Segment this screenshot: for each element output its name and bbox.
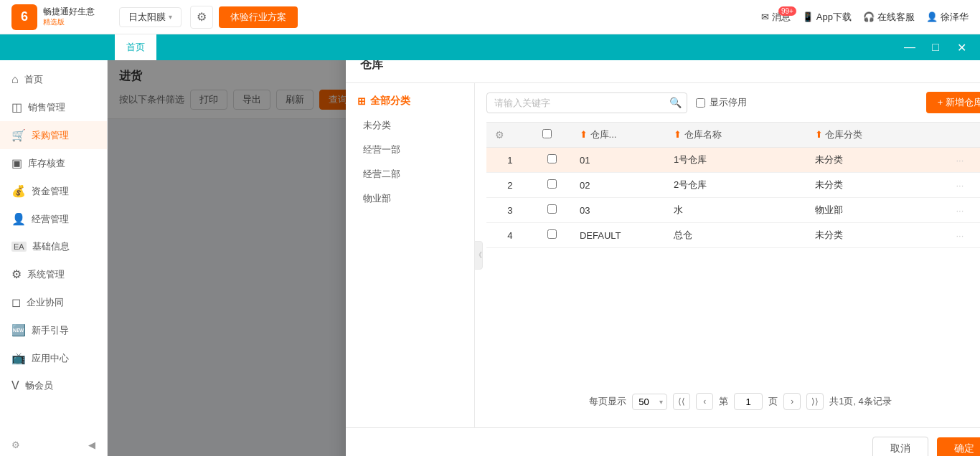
row-num-4: 4 bbox=[486, 223, 534, 248]
sidebar-item-purchase[interactable]: 🛒 采购管理 bbox=[0, 121, 107, 149]
search-input[interactable] bbox=[486, 92, 687, 113]
sidebar-item-finance[interactable]: 💰 资金管理 bbox=[0, 177, 107, 205]
row-check-3[interactable] bbox=[534, 198, 571, 223]
search-input-wrap: 🔍 bbox=[486, 92, 687, 113]
th-name: ⬆ 仓库名称 bbox=[665, 123, 806, 148]
enterprise-icon: ◻ bbox=[11, 295, 21, 309]
category-collapse-button[interactable]: 《 bbox=[474, 241, 483, 270]
page-last-button[interactable]: ⟩⟩ bbox=[806, 393, 824, 410]
all-categories-item[interactable]: ⊞ 全部分类 bbox=[346, 89, 474, 113]
chevron-left-icon: 《 bbox=[475, 250, 482, 260]
sales-icon: ◫ bbox=[11, 100, 22, 114]
action-dots-icon[interactable]: ··· bbox=[956, 230, 963, 241]
table-row[interactable]: 3 03 水 物业部 ··· bbox=[486, 198, 980, 223]
page-size-wrap: 50 ▾ bbox=[632, 394, 667, 410]
sort-icon-name: ⬆ bbox=[674, 129, 682, 140]
pagination-bar: 每页显示 50 ▾ ⟨⟨ ‹ 第 页 › ⟩⟩ 共1页, 4条记录 bbox=[486, 384, 980, 419]
window-maximize-button[interactable]: □ bbox=[925, 37, 946, 57]
sub-header: 首页 — □ ✕ bbox=[0, 34, 980, 60]
search-icon[interactable]: 🔍 bbox=[669, 97, 682, 108]
row-check-1[interactable] bbox=[534, 148, 571, 173]
table-container: ⚙ ⬆ 仓库... bbox=[486, 122, 980, 384]
row-name-3: 水 bbox=[665, 198, 806, 223]
th-checkbox bbox=[534, 123, 571, 148]
sidebar-item-system[interactable]: ⚙ 系统管理 bbox=[0, 260, 107, 288]
category-item-operation2[interactable]: 经营二部 bbox=[346, 162, 474, 186]
sidebar-toggle-icon[interactable]: ◀ bbox=[88, 440, 95, 450]
modal-body: ⊞ 全部分类 未分类 经营一部 经营二部 物业部 bbox=[346, 83, 980, 427]
row-action-4[interactable]: ··· bbox=[947, 223, 980, 248]
sidebar-item-guide[interactable]: 🆕 新手引导 bbox=[0, 316, 107, 344]
sort-icon: ⬆ bbox=[580, 129, 588, 140]
shop-selector[interactable]: 日太阳膜 ▾ bbox=[119, 7, 182, 27]
header-nav: 日太阳膜 ▾ ⚙ 体验行业方案 bbox=[119, 6, 761, 29]
category-item-operation1[interactable]: 经营一部 bbox=[346, 138, 474, 162]
sub-header-right: — □ ✕ bbox=[900, 37, 980, 57]
basic-info-icon: EA bbox=[11, 242, 27, 252]
tab-home[interactable]: 首页 bbox=[115, 34, 156, 60]
table-row[interactable]: 2 02 2号仓库 未分类 ··· bbox=[486, 173, 980, 198]
guide-icon: 🆕 bbox=[11, 323, 26, 337]
table-row[interactable]: 4 DEFAULT 总仓 未分类 ··· bbox=[486, 223, 980, 248]
sidebar-item-basic[interactable]: EA 基础信息 bbox=[0, 233, 107, 260]
page-first-button[interactable]: ⟨⟨ bbox=[673, 393, 690, 410]
logo-area: 6 畅捷通好生意 精选版 bbox=[11, 4, 119, 30]
finance-icon: 💰 bbox=[11, 184, 26, 198]
operation-icon: 👤 bbox=[11, 212, 26, 226]
sidebar-item-member[interactable]: V 畅会员 bbox=[0, 372, 107, 399]
search-bar: 🔍 显示停用 + 新增仓库 bbox=[486, 92, 980, 113]
category-item-property[interactable]: 物业部 bbox=[346, 186, 474, 211]
page-size-select[interactable]: 50 bbox=[632, 394, 667, 410]
row-cat-1: 未分类 bbox=[806, 148, 948, 173]
row-check-2[interactable] bbox=[534, 173, 571, 198]
row-code-4: DEFAULT bbox=[571, 223, 665, 248]
row-code-2: 02 bbox=[571, 173, 665, 198]
action-dots-icon[interactable]: ··· bbox=[956, 180, 963, 191]
sidebar-item-inventory[interactable]: ▣ 库存核查 bbox=[0, 149, 107, 177]
th-category: ⬆ 仓库分类 bbox=[806, 123, 948, 148]
top-header: 6 畅捷通好生意 精选版 日太阳膜 ▾ ⚙ 体验行业方案 ✉ 消息 99+ 📱 … bbox=[0, 0, 980, 34]
sidebar-item-apps[interactable]: 📺 应用中心 bbox=[0, 344, 107, 372]
table-row[interactable]: 1 01 1号仓库 未分类 ··· bbox=[486, 148, 980, 173]
warehouse-modal: 仓库 ✕ ⊞ 全部分类 未分类 经营一部 bbox=[346, 60, 980, 456]
row-name-4: 总仓 bbox=[665, 223, 806, 248]
category-item-unclassified[interactable]: 未分类 bbox=[346, 113, 474, 138]
app-download-button[interactable]: 📱 App下载 bbox=[802, 11, 852, 24]
online-service-button[interactable]: 🎧 在线客服 bbox=[863, 11, 915, 24]
confirm-button[interactable]: 确定 bbox=[937, 437, 980, 456]
add-warehouse-button[interactable]: + 新增仓库 bbox=[926, 92, 980, 113]
modal-title: 仓库 bbox=[360, 60, 383, 72]
user-avatar[interactable]: 👤 徐泽华 bbox=[926, 11, 969, 24]
window-minimize-button[interactable]: — bbox=[900, 37, 920, 57]
main-layout: ⌂ 首页 ◫ 销售管理 🛒 采购管理 ▣ 库存核查 💰 资金管理 👤 经营管理 … bbox=[0, 60, 980, 456]
row-action-1[interactable]: ··· bbox=[947, 148, 980, 173]
sidebar-item-operation[interactable]: 👤 经营管理 bbox=[0, 205, 107, 233]
select-all-checkbox[interactable] bbox=[542, 129, 552, 138]
action-dots-icon[interactable]: ··· bbox=[956, 155, 963, 166]
show-disabled-checkbox[interactable] bbox=[696, 98, 705, 108]
sidebar-item-enterprise[interactable]: ◻ 企业协同 bbox=[0, 288, 107, 316]
window-close-button[interactable]: ✕ bbox=[951, 37, 971, 57]
modal-header: 仓库 ✕ bbox=[346, 60, 980, 83]
row-num-1: 1 bbox=[486, 148, 534, 173]
page-number-input[interactable] bbox=[734, 393, 763, 410]
system-icon: ⚙ bbox=[11, 267, 22, 281]
row-check-4[interactable] bbox=[534, 223, 571, 248]
row-action-2[interactable]: ··· bbox=[947, 173, 980, 198]
row-code-1: 01 bbox=[571, 148, 665, 173]
page-next-button[interactable]: › bbox=[783, 393, 801, 410]
action-dots-icon[interactable]: ··· bbox=[956, 205, 963, 216]
table-header-row: ⚙ ⬆ 仓库... bbox=[486, 123, 980, 148]
inventory-icon: ▣ bbox=[11, 156, 22, 170]
messages-button[interactable]: ✉ 消息 99+ bbox=[761, 11, 791, 24]
row-action-3[interactable]: ··· bbox=[947, 198, 980, 223]
cancel-button[interactable]: 取消 bbox=[872, 437, 928, 456]
sidebar-settings-icon[interactable]: ⚙ bbox=[11, 440, 20, 450]
sort-icon-cat: ⬆ bbox=[815, 129, 823, 140]
sidebar-item-home[interactable]: ⌂ 首页 bbox=[0, 66, 107, 93]
page-prev-button[interactable]: ‹ bbox=[696, 393, 713, 410]
table-body: 1 01 1号仓库 未分类 ··· 2 bbox=[486, 148, 980, 248]
sidebar-item-sales[interactable]: ◫ 销售管理 bbox=[0, 93, 107, 121]
settings-button[interactable]: ⚙ bbox=[190, 6, 213, 29]
trial-button[interactable]: 体验行业方案 bbox=[219, 6, 298, 28]
